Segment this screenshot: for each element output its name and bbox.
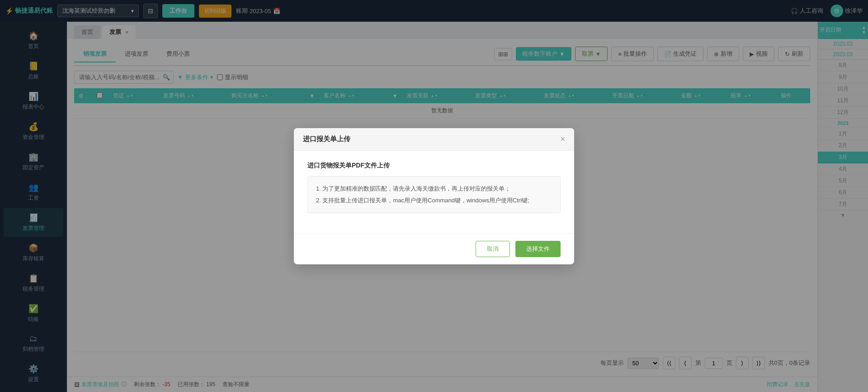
modal-section-title: 进口货物报关单PDF文件上传	[307, 162, 561, 170]
modal-body: 进口货物报关单PDF文件上传 1. 为了更加精准的数据匹配，请先录入海关缴款书，…	[294, 151, 574, 233]
modal-header: 进口报关单上传 ×	[294, 128, 574, 151]
modal-title: 进口报关单上传	[303, 135, 350, 143]
import-customs-modal: 进口报关单上传 × 进口货物报关单PDF文件上传 1. 为了更加精准的数据匹配，…	[294, 128, 574, 264]
modal-close-button[interactable]: ×	[560, 134, 565, 144]
modal-footer: 取消 选择文件	[294, 233, 574, 264]
modal-select-file-button[interactable]: 选择文件	[515, 241, 561, 257]
modal-overlay: 进口报关单上传 × 进口货物报关单PDF文件上传 1. 为了更加精准的数据匹配，…	[0, 0, 868, 392]
modal-info-box: 1. 为了更加精准的数据匹配，请先录入海关缴款书，再上传对应的报关单； 2. 支…	[307, 176, 561, 213]
modal-info-item-2: 2. 支持批量上传进口报关单，mac用户使用Command键，windows用户…	[316, 195, 552, 206]
modal-info-item-1: 1. 为了更加精准的数据匹配，请先录入海关缴款书，再上传对应的报关单；	[316, 183, 552, 195]
modal-cancel-button[interactable]: 取消	[476, 241, 510, 257]
